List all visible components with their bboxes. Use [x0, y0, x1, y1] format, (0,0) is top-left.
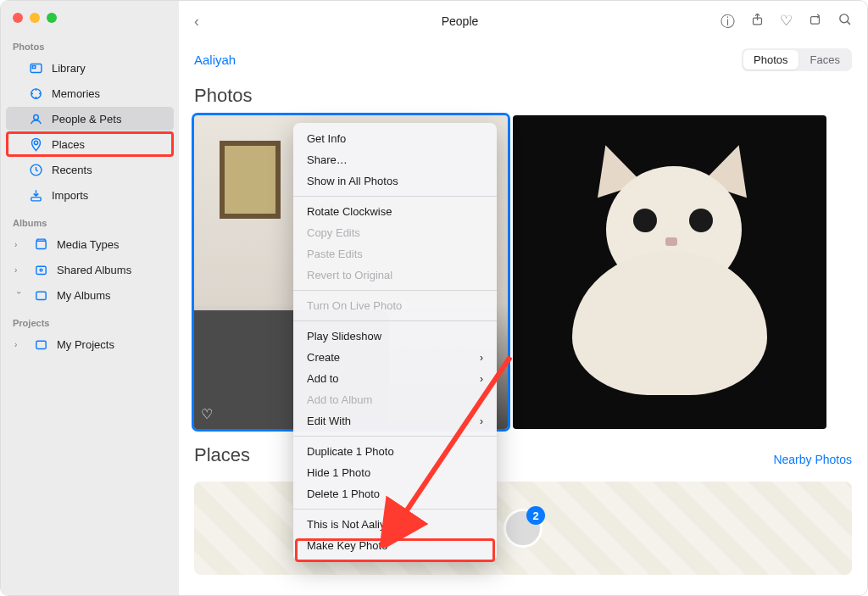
map-pin-badge: 2: [526, 506, 545, 525]
sidebar-item-label: Imports: [52, 189, 88, 202]
sidebar-item-people-pets[interactable]: People & Pets: [6, 107, 174, 131]
minimize-window-button[interactable]: [30, 13, 40, 23]
photo-thumbnail[interactable]: [513, 115, 826, 429]
sidebar-item-label: Memories: [52, 87, 100, 100]
chevron-right-icon: ›: [480, 373, 483, 385]
sidebar-item-label: My Albums: [57, 289, 111, 302]
main-area: ‹ People ⓘ ♡ Aaliyah Photos Faces Photos…: [179, 1, 867, 595]
menu-item: Add to Album: [293, 389, 497, 410]
sidebar-item-label: Places: [52, 138, 85, 151]
menu-item[interactable]: Share…: [293, 149, 497, 170]
fullscreen-window-button[interactable]: [47, 13, 57, 23]
nearby-photos-link[interactable]: Nearby Photos: [773, 453, 852, 466]
sub-toolbar: Aaliyah Photos Faces: [179, 42, 867, 78]
memories-icon: [28, 86, 43, 101]
sidebar-item-memories[interactable]: Memories: [6, 81, 174, 105]
menu-item: Paste Edits: [293, 243, 497, 265]
svg-rect-6: [31, 197, 40, 200]
sidebar-item-label: People & Pets: [52, 113, 121, 125]
svg-point-4: [34, 141, 37, 144]
close-window-button[interactable]: [13, 13, 23, 23]
projects-icon: [33, 337, 48, 352]
chevron-down-icon: ›: [14, 291, 24, 299]
rotate-icon[interactable]: [808, 12, 822, 31]
menu-item[interactable]: Delete 1 Photo: [293, 483, 497, 504]
places-section-heading: Places: [194, 444, 250, 466]
menu-item[interactable]: Play Slideshow: [293, 326, 497, 347]
menu-item[interactable]: Rotate Clockwise: [293, 201, 497, 222]
cat-illustration: [555, 149, 784, 395]
sidebar: Photos Library Memories People & Pets Pl…: [1, 1, 179, 595]
tab-faces[interactable]: Faces: [800, 50, 850, 70]
app-window: Photos Library Memories People & Pets Pl…: [0, 0, 868, 596]
tab-photos[interactable]: Photos: [743, 50, 798, 70]
sidebar-item-label: Recents: [52, 164, 92, 176]
recents-icon: [28, 162, 43, 177]
svg-rect-8: [36, 266, 45, 274]
sidebar-item-places[interactable]: Places: [6, 132, 174, 156]
person-name-link[interactable]: Aaliyah: [194, 53, 236, 67]
menu-item[interactable]: Add to›: [293, 368, 497, 389]
places-icon: [28, 136, 43, 152]
library-icon: [28, 60, 43, 75]
chevron-right-icon: ›: [480, 352, 483, 364]
svg-point-3: [33, 114, 38, 120]
menu-item[interactable]: This is Not Aaliyah: [293, 514, 497, 535]
menu-item[interactable]: Edit With›: [293, 410, 497, 432]
sidebar-item-label: My Projects: [57, 338, 114, 351]
menu-item: Copy Edits: [293, 222, 497, 243]
content: Photos ♡ Places Nearby Photos: [179, 78, 867, 595]
chevron-right-icon: ›: [14, 240, 23, 249]
shared-album-icon: [33, 262, 48, 277]
window-controls: [1, 1, 179, 31]
sidebar-item-my-projects[interactable]: › My Projects: [6, 332, 174, 356]
sidebar-item-label: Library: [52, 62, 86, 75]
sidebar-item-media-types[interactable]: › Media Types: [6, 232, 174, 256]
toolbar-actions: ⓘ ♡: [721, 12, 852, 31]
svg-rect-7: [36, 241, 45, 248]
sidebar-section-photos: Photos: [1, 31, 179, 55]
share-icon[interactable]: [750, 12, 765, 31]
menu-item: Turn On Live Photo: [293, 295, 497, 316]
imports-icon: [28, 187, 43, 203]
map-pin[interactable]: 2: [504, 509, 542, 548]
sidebar-item-imports[interactable]: Imports: [6, 183, 174, 207]
menu-item: Revert to Original: [293, 265, 497, 286]
chevron-right-icon: ›: [480, 415, 483, 427]
photos-section-heading: Photos: [194, 85, 852, 107]
svg-rect-10: [36, 292, 45, 299]
svg-rect-1: [32, 65, 36, 68]
page-title: People: [209, 14, 710, 28]
menu-item[interactable]: Duplicate 1 Photo: [293, 441, 497, 462]
sidebar-section-projects: Projects: [1, 308, 179, 331]
menu-item[interactable]: Make Key Photo: [293, 535, 497, 556]
search-icon[interactable]: [837, 12, 852, 31]
sidebar-item-library[interactable]: Library: [6, 56, 174, 80]
view-segmented-control: Photos Faces: [742, 48, 852, 71]
menu-item[interactable]: Hide 1 Photo: [293, 462, 497, 483]
svg-rect-11: [36, 341, 45, 348]
menu-item[interactable]: Show in All Photos: [293, 170, 497, 192]
menu-item[interactable]: Get Info: [293, 128, 497, 149]
menu-item[interactable]: Create›: [293, 347, 497, 368]
people-icon: [28, 111, 43, 126]
toolbar: ‹ People ⓘ ♡: [179, 1, 867, 42]
favorite-badge-icon: ♡: [201, 406, 213, 422]
info-icon[interactable]: ⓘ: [721, 12, 735, 31]
sidebar-item-recents[interactable]: Recents: [6, 158, 174, 181]
back-button[interactable]: ‹: [194, 13, 199, 31]
chevron-right-icon: ›: [14, 265, 23, 275]
context-menu: Get InfoShare…Show in All PhotosRotate C…: [293, 123, 497, 561]
sidebar-item-shared-albums[interactable]: › Shared Albums: [6, 258, 174, 281]
sidebar-item-label: Media Types: [57, 238, 119, 251]
sidebar-item-label: Shared Albums: [57, 264, 131, 276]
sidebar-item-my-albums[interactable]: › My Albums: [6, 283, 174, 307]
svg-point-9: [40, 269, 42, 271]
sidebar-section-albums: Albums: [1, 208, 179, 231]
svg-point-14: [840, 14, 849, 22]
favorite-icon[interactable]: ♡: [780, 12, 793, 31]
chevron-right-icon: ›: [14, 340, 23, 349]
album-icon: [33, 237, 48, 252]
album-icon: [33, 287, 48, 303]
